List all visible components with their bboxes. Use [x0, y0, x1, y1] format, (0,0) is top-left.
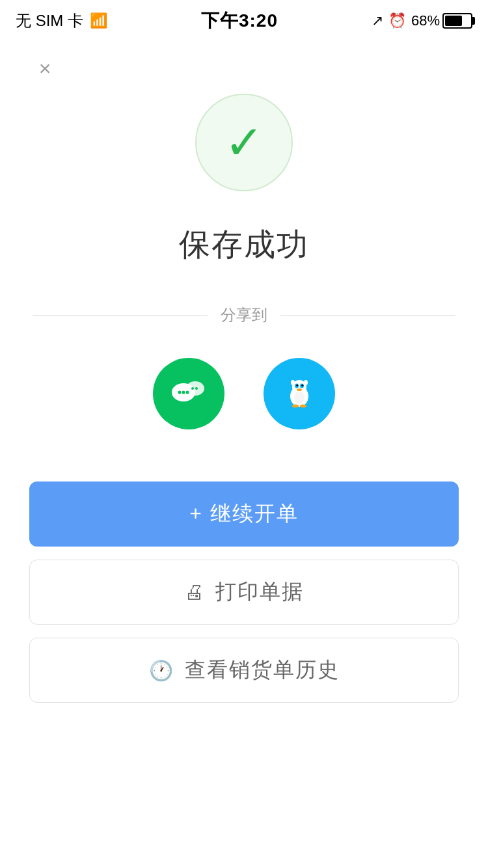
- share-label: 分享到: [208, 305, 280, 325]
- svg-point-16: [292, 405, 299, 408]
- share-icons-row: [153, 358, 335, 429]
- battery-container: 68%: [411, 12, 472, 29]
- svg-point-5: [191, 387, 194, 390]
- qq-icon: [281, 375, 318, 412]
- svg-point-13: [301, 385, 303, 387]
- alarm-icon: ⏰: [388, 12, 406, 29]
- qq-share-button[interactable]: [264, 358, 335, 429]
- svg-point-4: [186, 391, 189, 394]
- print-icon: 🖨: [184, 581, 205, 603]
- history-button[interactable]: 🕐 查看销货单历史: [29, 638, 459, 703]
- svg-point-18: [291, 380, 295, 385]
- print-label: 打印单据: [215, 578, 304, 606]
- wechat-icon: [168, 373, 210, 414]
- success-circle: ✓: [195, 94, 293, 191]
- svg-point-3: [182, 391, 185, 394]
- svg-point-14: [297, 388, 302, 391]
- svg-point-6: [195, 387, 198, 390]
- wifi-icon: 📶: [90, 12, 107, 29]
- svg-point-19: [304, 380, 308, 385]
- location-icon: ↗: [372, 12, 383, 29]
- status-time: 下午3:20: [201, 8, 278, 33]
- success-title: 保存成功: [179, 224, 309, 265]
- continue-order-button[interactable]: + 继续开单: [29, 481, 459, 547]
- status-bar: 无 SIM 卡 📶 下午3:20 ↗ ⏰ 68%: [0, 0, 488, 42]
- checkmark-icon: ✓: [224, 119, 264, 166]
- svg-point-15: [294, 391, 305, 404]
- status-right: ↗ ⏰ 68%: [372, 12, 472, 29]
- share-divider: 分享到: [33, 305, 455, 325]
- sim-label: 无 SIM 卡: [16, 10, 83, 31]
- continue-order-label: + 继续开单: [189, 500, 299, 528]
- main-content: ✓ 保存成功 分享到: [0, 42, 488, 703]
- history-icon: 🕐: [149, 659, 174, 682]
- history-label: 查看销货单历史: [185, 656, 340, 685]
- svg-point-2: [178, 391, 182, 394]
- divider-left: [33, 315, 208, 316]
- close-button[interactable]: ×: [29, 52, 61, 85]
- print-button[interactable]: 🖨 打印单据: [29, 560, 459, 625]
- action-buttons: + 继续开单 🖨 打印单据 🕐 查看销货单历史: [29, 481, 459, 703]
- battery-text: 68%: [411, 12, 440, 29]
- divider-right: [280, 315, 455, 316]
- svg-point-11: [296, 385, 298, 387]
- status-left: 无 SIM 卡 📶: [16, 10, 107, 31]
- battery-icon: [442, 13, 472, 29]
- svg-point-17: [300, 405, 306, 408]
- close-icon: ×: [39, 58, 51, 79]
- wechat-share-button[interactable]: [153, 358, 224, 429]
- battery-fill: [445, 16, 462, 26]
